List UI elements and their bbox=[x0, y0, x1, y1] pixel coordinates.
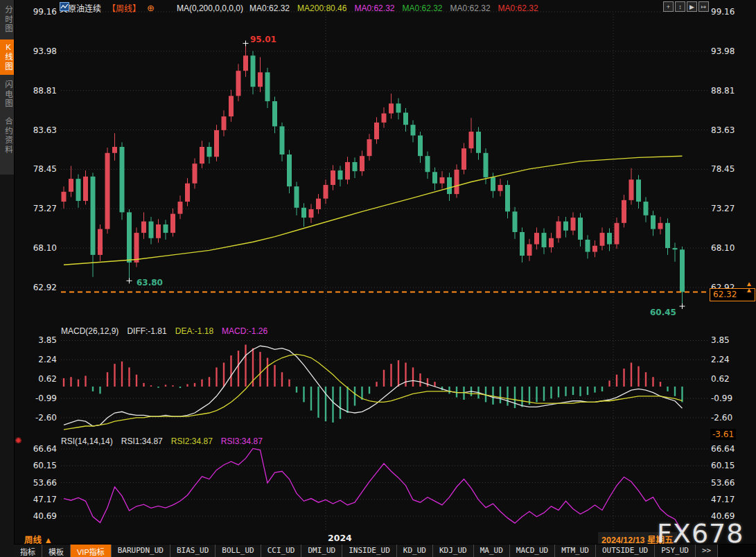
axis-label: 53.66 bbox=[12, 479, 57, 487]
bottom-tab-VIP指标[interactable]: VIP指标 bbox=[71, 545, 112, 557]
period-tag[interactable]: 【周线】 bbox=[107, 2, 141, 14]
axis-label: 53.66 bbox=[711, 479, 735, 487]
rsi1-value: RSI1:34.87 bbox=[121, 436, 163, 446]
macd-histogram bbox=[64, 345, 683, 423]
bottom-tab-OUTSIDE_UD[interactable]: OUTSIDE_UD bbox=[596, 545, 655, 557]
macd-macd-value: MACD:-1.26 bbox=[222, 326, 267, 336]
x-axis-year-label: 2024 bbox=[328, 533, 352, 543]
bottom-tab-MTM_UD[interactable]: MTM_UD bbox=[555, 545, 596, 557]
axis-label: 62.92 bbox=[12, 283, 57, 292]
bottom-tab-BIAS_UD[interactable]: BIAS_UD bbox=[170, 545, 216, 557]
axis-label: 88.81 bbox=[12, 87, 57, 95]
low-price-annotation: 63.80 bbox=[137, 278, 163, 288]
axis-label: 68.10 bbox=[12, 244, 57, 252]
ma-legend-item: MA0:62.32 bbox=[249, 3, 290, 13]
ma-legend: MA0:62.32MA200:80.46MA0:62.32MA0:62.32MA… bbox=[249, 3, 538, 13]
last-low-annotation: 60.45 bbox=[650, 308, 676, 317]
axis-label: 2.24 bbox=[12, 355, 57, 364]
candles-layer bbox=[62, 44, 685, 306]
axis-label: 78.45 bbox=[711, 165, 735, 173]
gridlines-layer bbox=[61, 12, 708, 530]
marker-crosses bbox=[127, 41, 685, 309]
bottom-tab-指标[interactable]: 指标 bbox=[14, 545, 42, 557]
ma-legend-item: MA0:62.32 bbox=[498, 3, 538, 13]
chart-toolbar: +↕▶↦ bbox=[663, 1, 709, 12]
axis-label: 99.16 bbox=[12, 8, 57, 16]
crosshair-icon[interactable]: + bbox=[663, 1, 674, 12]
rsi2-value: RSI2:34.87 bbox=[171, 436, 213, 446]
macd-axis-tag: -3.61 bbox=[710, 429, 736, 440]
axis-label: 83.63 bbox=[12, 126, 57, 134]
macd-dea-value: DEA:-1.18 bbox=[175, 326, 213, 336]
ma-settings-label: MA(0,200,0,0,0,0) bbox=[177, 3, 243, 13]
axis-label: 3.85 bbox=[12, 336, 57, 344]
axis-label: 3.85 bbox=[711, 336, 730, 344]
axis-label: 73.27 bbox=[12, 204, 57, 213]
bottom-tab-模板[interactable]: 模板 bbox=[42, 545, 71, 557]
indicator-tab-bar: 指标模板VIP指标BARUPDN_UDBIAS_UDBOLL_UDCCI_UDD… bbox=[14, 544, 756, 557]
axis-label: 78.45 bbox=[12, 165, 57, 173]
axis-label: 66.64 bbox=[12, 445, 57, 453]
axis-label: 47.17 bbox=[12, 495, 57, 504]
bottom-tab->>[interactable]: >> bbox=[696, 545, 718, 557]
bottom-tab-BARUPDN_UD[interactable]: BARUPDN_UD bbox=[112, 545, 170, 557]
rsi3-value: RSI3:34.87 bbox=[221, 436, 263, 446]
axis-label: 2.24 bbox=[711, 355, 730, 364]
bottom-tab-BOLL_UD[interactable]: BOLL_UD bbox=[216, 545, 261, 557]
axis-label: 47.17 bbox=[711, 495, 735, 504]
chart-header: 美原油连续 【周线】 ⊕ MA(0,200,0,0,0,0) MA0:62.32… bbox=[60, 2, 538, 14]
axis-label: -0.99 bbox=[12, 394, 57, 403]
step-forward-icon[interactable]: ▶ bbox=[687, 1, 697, 12]
bottom-tab-CCI_UD[interactable]: CCI_UD bbox=[261, 545, 302, 557]
axis-label: -2.60 bbox=[12, 414, 57, 422]
ma-legend-item: MA0:62.32 bbox=[402, 3, 442, 13]
bottom-tab-DMI_UD[interactable]: DMI_UD bbox=[301, 545, 342, 557]
bottom-tab-PSY_UD[interactable]: PSY_UD bbox=[655, 545, 696, 557]
alert-icon[interactable]: ✺ bbox=[15, 436, 21, 445]
axis-label: -0.99 bbox=[711, 394, 732, 403]
ma-legend-item: MA0:62.32 bbox=[450, 3, 491, 13]
exit-panel-icon[interactable]: ↦ bbox=[698, 1, 709, 12]
high-price-annotation: 95.01 bbox=[250, 35, 276, 44]
ma-legend-item: MA200:80.46 bbox=[297, 3, 346, 13]
bottom-tab-INSIDE_UD[interactable]: INSIDE_UD bbox=[342, 545, 397, 557]
axis-label: 60.15 bbox=[12, 461, 57, 470]
rsi-line bbox=[64, 448, 683, 531]
axis-label: 93.98 bbox=[711, 47, 735, 55]
axis-label: 99.16 bbox=[711, 8, 735, 16]
axis-label: 73.27 bbox=[711, 204, 735, 213]
add-overlay-icon[interactable]: ⊕ bbox=[147, 3, 155, 13]
axis-label: 0.62 bbox=[711, 375, 730, 383]
axis-label: 40.69 bbox=[12, 512, 57, 520]
rsi-header: RSI(14,14,14) RSI1:34.87 RSI2:34.87 RSI3… bbox=[61, 436, 263, 446]
bottom-tab-MA_UD[interactable]: MA_UD bbox=[474, 545, 510, 557]
axis-label: 60.15 bbox=[711, 461, 735, 470]
chart-type-icon[interactable] bbox=[161, 3, 170, 12]
bottom-tab-MACD_UD[interactable]: MACD_UD bbox=[510, 545, 555, 557]
rsi-name: RSI(14,14,14) bbox=[61, 436, 113, 446]
ma-legend-item: MA0:62.32 bbox=[354, 3, 394, 13]
axis-label: -2.60 bbox=[711, 414, 732, 422]
macd-name: MACD(26,12,9) bbox=[61, 326, 118, 336]
axis-label: 83.63 bbox=[711, 126, 735, 134]
bottom-tab-KD_UD[interactable]: KD_UD bbox=[397, 545, 433, 557]
macd-diff-value: DIFF:-1.81 bbox=[127, 326, 166, 336]
chart-canvas[interactable] bbox=[0, 0, 756, 557]
axis-label: 88.81 bbox=[711, 87, 735, 95]
bottom-tab-KDJ_UD[interactable]: KDJ_UD bbox=[433, 545, 474, 557]
scale-up-icon[interactable]: ↕ bbox=[675, 1, 685, 12]
macd-header: MACD(26,12,9) DIFF:-1.81 DEA:-1.18 MACD:… bbox=[61, 326, 267, 336]
macd-lines bbox=[64, 346, 683, 430]
price-up-arrow-icon: ▲▲ bbox=[746, 281, 753, 293]
axis-label: 0.62 bbox=[12, 375, 57, 383]
chart-application-window: 分时图K线图闪电图合约资料 美原油连续 【周线】 ⊕ MA(0,200,0,0,… bbox=[0, 0, 756, 557]
axis-label: 68.10 bbox=[711, 244, 735, 252]
axis-label: 93.98 bbox=[12, 47, 57, 55]
axis-label: 66.64 bbox=[711, 445, 735, 453]
